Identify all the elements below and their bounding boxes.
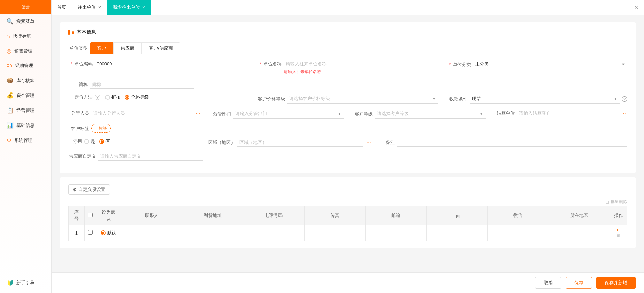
supplier-custom-input[interactable] (98, 152, 203, 161)
disabled-no-radio[interactable] (99, 139, 104, 144)
row-qq[interactable] (426, 225, 488, 241)
address-input[interactable] (186, 230, 240, 236)
section-title-bar (68, 30, 70, 35)
default-radio-item[interactable]: 默认 (100, 230, 117, 236)
supervisor-input[interactable] (91, 109, 192, 117)
sidebar-item-operation[interactable]: 📋 经营管理 (0, 103, 51, 118)
row-default: 默认 (96, 225, 121, 241)
select-all-checkbox[interactable] (88, 213, 93, 217)
default-radio[interactable] (101, 230, 106, 235)
section-title: ■ 基本信息 (68, 29, 627, 35)
email-input[interactable] (369, 230, 423, 236)
tab-new-partner-close[interactable]: ✕ (142, 5, 146, 10)
sidebar-item-sales[interactable]: ◎ 销售管理 (0, 43, 51, 58)
col-default: 设为默认 (96, 206, 121, 225)
row-select-checkbox[interactable] (88, 230, 93, 235)
fax-input[interactable] (308, 230, 362, 236)
sidebar-item-search[interactable]: 🔍 搜索菜单 (0, 14, 51, 29)
pricelevel-radio[interactable] (125, 95, 129, 100)
short-name-input[interactable] (90, 80, 194, 89)
row-address[interactable] (182, 225, 243, 241)
row-checkbox (84, 225, 96, 241)
contact-input[interactable] (125, 230, 179, 236)
settlement-unit-input[interactable] (517, 109, 618, 117)
sidebar-item-inventory[interactable]: 📦 库存核算 (0, 73, 51, 88)
batch-delete-area[interactable]: ◻ 批量删除 (68, 199, 627, 205)
row-wechat[interactable] (488, 225, 549, 241)
remark-input[interactable] (397, 138, 627, 147)
save-new-button[interactable]: 保存并新增 (596, 277, 636, 289)
pricing-discount-option[interactable]: 折扣 (105, 94, 120, 100)
payment-terms-select[interactable]: 现结 ▼ (470, 94, 620, 104)
region-label: 区域（地区） (208, 139, 235, 146)
delete-row-btn[interactable]: 🗑 (616, 233, 621, 238)
unit-type-buttons: 客户 供应商 客户/供应商 (90, 42, 180, 54)
sidebar-item-basic[interactable]: 📊 基础信息 (0, 118, 51, 133)
supplier-custom-field: 供应商自定义 (68, 152, 627, 161)
customer-price-level-select[interactable]: 请选择客户价格等级 ▼ (287, 94, 438, 104)
row-email[interactable] (366, 225, 427, 241)
pricing-help-icon[interactable]: ? (95, 95, 100, 100)
row-region-input[interactable] (552, 230, 606, 236)
customer-level-field: 客户等级 请选择客户等级 ▼ (352, 109, 486, 119)
disabled-yes-option[interactable]: 是 (84, 138, 95, 145)
department-select[interactable]: 请输入分管部门 ▼ (233, 109, 344, 119)
unit-type-supplier[interactable]: 供应商 (113, 42, 142, 54)
sidebar-item-purchase[interactable]: 🛍 采购管理 (0, 58, 51, 73)
add-tag-button[interactable]: + 标签 (91, 124, 111, 133)
region-more-btn[interactable]: ··· (365, 139, 372, 146)
tab-partners-close[interactable]: ✕ (98, 5, 101, 10)
phone-input[interactable] (247, 230, 301, 236)
row-phone[interactable] (243, 225, 305, 241)
unit-category-select[interactable]: 未分类 ▼ (473, 60, 627, 69)
settlement-more-btn[interactable]: ··· (620, 110, 627, 116)
gear-icon: ⚙ (73, 187, 77, 192)
custom-settings-button[interactable]: ⚙ 自定义项设置 (68, 184, 110, 195)
unit-type-field: 单位类型 客户 供应商 客户/供应商 (68, 42, 627, 54)
row-fax[interactable] (304, 225, 366, 241)
add-row-btn[interactable]: + (616, 228, 619, 233)
unit-name-input[interactable] (284, 60, 438, 68)
unit-code-input[interactable] (95, 60, 164, 68)
col-qq: qq (426, 206, 488, 225)
payment-help-icon[interactable]: ? (622, 96, 627, 102)
customer-tag-field: 客户标签 + 标签 (68, 124, 627, 133)
supplier-custom-row: 供应商自定义 (68, 152, 627, 161)
tab-home[interactable]: 首页 (52, 0, 72, 15)
sidebar-item-guide[interactable]: 🔰 新手引导 (0, 275, 51, 290)
sidebar-item-finance[interactable]: 💰 资金管理 (0, 88, 51, 103)
cancel-button[interactable]: 取消 (535, 277, 561, 289)
customer-level-select[interactable]: 请选择客户等级 ▼ (375, 109, 486, 119)
disabled-yes-radio[interactable] (84, 139, 89, 144)
col-checkbox (84, 206, 96, 225)
sidebar-item-quicknav[interactable]: ⌂ 快捷导航 (0, 29, 51, 43)
unit-type-customer[interactable]: 客户 (90, 42, 113, 54)
unit-type-both[interactable]: 客户/供应商 (142, 42, 180, 54)
chevron-down-icon4: ▼ (338, 112, 341, 116)
radio-dot (126, 96, 128, 99)
inventory-icon: 📦 (7, 77, 14, 84)
save-button[interactable]: 保存 (566, 277, 592, 289)
guide-icon: 🔰 (7, 279, 14, 286)
tab-partners[interactable]: 往来单位 ✕ (72, 0, 107, 15)
unit-name-label: * 单位名称 (257, 61, 282, 67)
discount-radio[interactable] (105, 95, 110, 100)
col-wechat: 微信 (488, 206, 549, 225)
supervisor-row: 分管人员 ··· 分管部门 请输入分管部门 ▼ 客户等级 请选择客户等级 ▼ (68, 109, 627, 119)
pricing-pricelevel-option[interactable]: 价格等级 (125, 94, 149, 100)
supervisor-field: 分管人员 ··· (68, 109, 202, 117)
region-input[interactable] (237, 138, 363, 147)
supervisor-more-btn[interactable]: ··· (194, 110, 202, 116)
tab-new-partner[interactable]: 新增往来单位 ✕ (107, 0, 151, 15)
row-contact[interactable] (121, 225, 182, 241)
wechat-input[interactable] (491, 230, 545, 236)
close-all-tabs[interactable]: ✕ (628, 0, 644, 15)
sidebar-item-system[interactable]: ⚙ 系统管理 (0, 133, 51, 148)
qq-input[interactable] (430, 230, 484, 236)
tab-new-partner-label: 新增往来单位 (113, 4, 140, 10)
pricing-method-field: 定价方法 ? 折扣 价格等级 (68, 94, 249, 100)
pricing-row: 定价方法 ? 折扣 价格等级 (68, 94, 627, 104)
tab-bar: 首页 往来单位 ✕ 新增往来单位 ✕ ✕ (52, 0, 644, 15)
disabled-no-option[interactable]: 否 (99, 138, 110, 145)
row-region[interactable] (549, 225, 610, 241)
